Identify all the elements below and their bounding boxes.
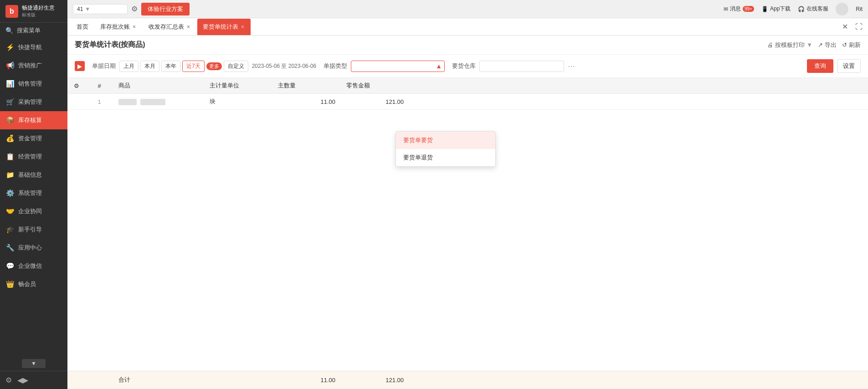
footer-row: 合计 11.00 121.00 — [67, 371, 868, 389]
headset-icon: 🎧 — [798, 6, 805, 12]
sidebar-item-purchase[interactable]: 🛒 采购管理 — [0, 93, 67, 111]
messages-btn[interactable]: ✉ 消息 99+ — [724, 5, 754, 13]
sidebar-item-inventory[interactable]: 📦 库存核算 — [0, 111, 67, 129]
purchase-icon: 🛒 — [5, 97, 15, 107]
finance-icon: 💰 — [5, 134, 15, 143]
data-table: ⚙ # 商品 主计量单位 主数量 零售金额 — [67, 78, 868, 110]
this-month-btn[interactable]: 本月 — [140, 61, 159, 72]
cell-settings — [67, 94, 86, 110]
col-settings[interactable]: ⚙ — [67, 78, 86, 94]
page-actions: 🖨 按模板打印 ▼ ↗ 导出 ↺ 刷新 — [767, 41, 861, 49]
refresh-icon: ↺ — [842, 41, 847, 48]
more-options-icon[interactable]: ⋯ — [568, 62, 575, 71]
collapse-icon[interactable]: ◀▶ — [17, 376, 28, 384]
col-quantity: 主数量 — [272, 78, 341, 94]
sidebar: b 畅捷通好生意 标准版 🔍 搜索菜单 ⚡ 快捷导航 📢 营销推广 📊 销售管理… — [0, 0, 67, 389]
this-year-btn[interactable]: 本年 — [161, 61, 180, 72]
cell-quantity: 11.00 — [272, 94, 341, 110]
sidebar-item-quick-nav[interactable]: ⚡ 快捷导航 — [0, 38, 67, 56]
date-label: 单据日期 — [92, 62, 116, 70]
more-tag[interactable]: 更多 — [206, 62, 222, 70]
custom-date-btn[interactable]: 自定义 — [224, 61, 248, 72]
sidebar-nav: ⚡ 快捷导航 📢 营销推广 📊 销售管理 🛒 采购管理 📦 库存核算 💰 资金管… — [0, 38, 67, 356]
cell-row-num: 1 — [86, 94, 113, 110]
sidebar-item-sales[interactable]: 📊 销售管理 — [0, 75, 67, 93]
last-7-days-btn[interactable]: 近7天 — [182, 61, 205, 72]
date-range-display: 2023-05-06 至 2023-06-06 — [252, 62, 316, 70]
tab-home[interactable]: 首页 — [71, 19, 94, 35]
footer-amount: 121.00 — [341, 371, 409, 389]
tab-close-receive-send[interactable]: × — [186, 24, 191, 30]
footer-quantity: 11.00 — [272, 371, 341, 389]
warehouse-input[interactable] — [479, 61, 564, 72]
store-selector[interactable]: 41 ▼ — [73, 4, 128, 14]
sidebar-item-apps[interactable]: 🔧 应用中心 — [0, 239, 67, 257]
col-unit: 主计量单位 — [204, 78, 272, 94]
tab-close-inventory-batch[interactable]: × — [132, 24, 137, 30]
topbar-right: ✉ 消息 99+ 📱 App下载 🎧 在线客服 Rit — [724, 3, 863, 15]
main-content: 41 ▼ ⚙ 体验行业方案 ✉ 消息 99+ 📱 App下载 🎧 在线客服 Ri… — [67, 0, 868, 389]
sidebar-item-guide[interactable]: 🎓 新手引导 — [0, 220, 67, 239]
tab-inventory-batch[interactable]: 库存批次账 × — [95, 19, 142, 35]
enterprise-icon: 🤝 — [5, 207, 15, 216]
product-placeholder-1 — [118, 99, 137, 105]
app-download-btn[interactable]: 📱 App下载 — [761, 5, 791, 13]
filter-actions: 查询 设置 — [807, 59, 861, 73]
user-name: Rit — [856, 6, 863, 12]
basic-icon: 📁 — [5, 170, 15, 179]
date-filter-group: 单据日期 上月 本月 本年 近7天 更多 自定义 2023-05-06 至 20… — [92, 61, 316, 72]
tab-close-all-button[interactable]: ✕ — [840, 20, 850, 33]
dropdown-item-order-goods[interactable]: 要货单要货 — [396, 132, 495, 149]
online-service-btn[interactable]: 🎧 在线客服 — [798, 5, 828, 13]
settings-icon[interactable]: ⚙ — [5, 376, 12, 384]
system-icon: ⚙️ — [5, 189, 15, 198]
sidebar-item-finance[interactable]: 💰 资金管理 — [0, 129, 67, 148]
scroll-down-button[interactable]: ▼ — [22, 359, 46, 368]
sidebar-item-enterprise[interactable]: 🤝 企业协同 — [0, 202, 67, 220]
footer-col-rownum — [86, 371, 113, 389]
trial-button[interactable]: 体验行业方案 — [141, 3, 190, 15]
quick-nav-icon: ⚡ — [5, 43, 15, 52]
sidebar-item-marketing[interactable]: 📢 营销推广 — [0, 56, 67, 75]
sidebar-item-wechat[interactable]: 💬 企业微信 — [0, 257, 67, 275]
sidebar-bottom: ⚙ ◀▶ — [0, 371, 67, 389]
store-number: 41 — [77, 6, 83, 12]
topbar: 41 ▼ ⚙ 体验行业方案 ✉ 消息 99+ 📱 App下载 🎧 在线客服 Ri… — [67, 0, 868, 18]
table-row: 1 块 11.00 121.00 — [67, 94, 868, 110]
refresh-button[interactable]: ↺ 刷新 — [842, 41, 861, 49]
warehouse-label: 要货仓库 — [452, 62, 476, 70]
gear-icon[interactable]: ⚙ — [131, 5, 138, 13]
message-badge: 99+ — [743, 6, 754, 12]
type-filter-group: 单据类型 ▲ — [324, 61, 445, 72]
type-input[interactable] — [351, 61, 445, 72]
footer-col-unit — [204, 371, 272, 389]
settings-button[interactable]: 设置 — [837, 59, 861, 73]
search-menu[interactable]: 🔍 搜索菜单 — [0, 23, 67, 38]
message-icon: ✉ — [724, 6, 728, 12]
export-button[interactable]: ↗ 导出 — [818, 41, 837, 49]
chevron-down-print-icon: ▼ — [806, 41, 812, 48]
page-title: 要货单统计表(按商品) — [75, 40, 145, 50]
logo-area: b 畅捷通好生意 标准版 — [0, 0, 67, 23]
tab-close-order-stats[interactable]: × — [240, 24, 245, 30]
dropdown-item-order-return[interactable]: 要货单退货 — [396, 149, 495, 166]
search-icon: 🔍 — [5, 27, 13, 34]
query-button[interactable]: 查询 — [807, 59, 833, 73]
last-month-btn[interactable]: 上月 — [119, 61, 139, 72]
tabs-bar-right: ✕ ⛶ — [840, 20, 864, 33]
tab-expand-button[interactable]: ⛶ — [853, 21, 864, 33]
sidebar-item-basic[interactable]: 📁 基础信息 — [0, 166, 67, 184]
export-icon: ↗ — [818, 41, 823, 48]
cell-product — [113, 94, 204, 110]
sidebar-item-system[interactable]: ⚙️ 系统管理 — [0, 184, 67, 202]
table-header-row: ⚙ # 商品 主计量单位 主数量 零售金额 — [67, 78, 868, 94]
filter-expand-button[interactable]: ▶ — [75, 61, 85, 71]
avatar[interactable] — [836, 3, 848, 15]
sidebar-item-operations[interactable]: 📋 经营管理 — [0, 148, 67, 166]
print-button[interactable]: 🖨 按模板打印 ▼ — [767, 41, 812, 49]
logo-text: 畅捷通好生意 标准版 — [22, 5, 55, 18]
tab-receive-send-summary[interactable]: 收发存汇总表 × — [143, 19, 196, 35]
table-footer: 合计 11.00 121.00 — [67, 371, 868, 389]
sidebar-item-member[interactable]: 👑 畅会员 — [0, 275, 67, 293]
tab-order-stats[interactable]: 要货单统计表 × — [197, 19, 251, 35]
